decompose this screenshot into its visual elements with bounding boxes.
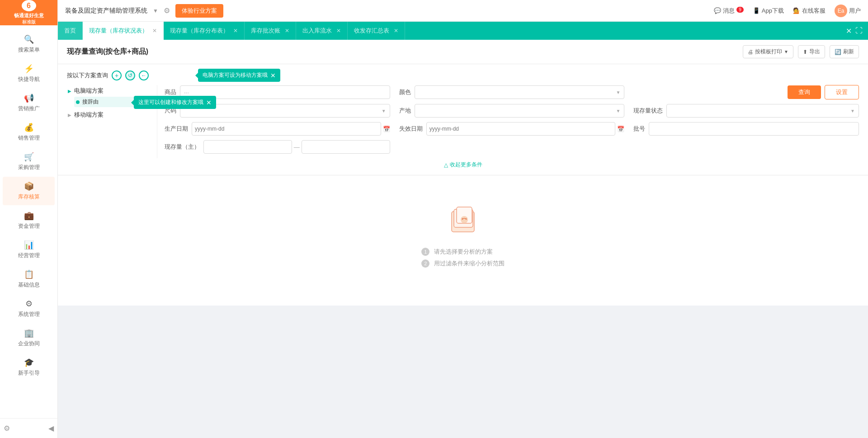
tab-inout-close[interactable]: ✕ (336, 28, 341, 34)
experience-button[interactable]: 体验行业方案 (175, 4, 223, 18)
sidebar-item-purchase[interactable]: 🛒 采购管理 (3, 147, 55, 176)
message-item[interactable]: 💬 消息 9 (714, 7, 744, 15)
tab-batch-close[interactable]: ✕ (285, 28, 289, 34)
filter-arrow-button[interactable]: ← (139, 71, 149, 80)
stock-status-select[interactable]: ▼ (666, 104, 859, 118)
stock-main-to[interactable] (302, 140, 390, 154)
tab-inventory-status[interactable]: 现存量（库存状况表） ✕ (83, 22, 164, 40)
sidebar-label-purchase: 采购管理 (18, 164, 40, 171)
tab-home[interactable]: 首页 (58, 22, 83, 40)
sidebar-nav: 🔍 搜索菜单 ⚡ 快捷导航 📢 营销推广 💰 销售管理 🛒 采购管理 📦 库存核… (0, 25, 57, 418)
scheme-tooltip-2: 这里可以创建和修改方案哦 ✕ (134, 96, 216, 109)
tab-inventory-dist-label: 现存量（库存分布表） (170, 27, 229, 35)
logo-icon: 6 (22, 0, 36, 11)
user-item[interactable]: Ea 用户 (835, 5, 861, 17)
sidebar-item-guide[interactable]: 🎓 新手引导 (3, 353, 55, 381)
stock-status-dropdown-icon: ▼ (850, 108, 855, 113)
filter-more-button[interactable]: △ 收起更多条件 (67, 158, 859, 171)
user-label: 用户 (849, 7, 861, 15)
sidebar-item-quick[interactable]: ⚡ 快捷导航 (3, 59, 55, 88)
tab-summary[interactable]: 收发存汇总表 ✕ (348, 22, 405, 40)
tab-bar-actions: ✕ ⛶ (846, 27, 868, 35)
settings-bottom-icon[interactable]: ⚙ (4, 424, 10, 433)
product-dots: ··· (184, 89, 189, 96)
expiry-date-from[interactable] (426, 122, 616, 136)
system-dropdown-icon[interactable]: ▼ (153, 8, 158, 14)
empty-state: 1 请先选择要分析的方案 2 用过滤条件来缩小分析范围 (58, 175, 868, 306)
filter-add-button[interactable]: + (112, 71, 122, 80)
empty-tip-2: 2 用过滤条件来缩小分析范围 (421, 258, 505, 269)
filter-label: 按以下方案查询 (67, 71, 108, 80)
tip-text-2: 用过滤条件来缩小分析范围 (434, 260, 505, 267)
filter-row-4: 现存量（主） — (165, 140, 859, 154)
system-name: 装备及固定资产辅助管理系统 (65, 7, 147, 15)
sidebar-item-inventory[interactable]: 📦 库存核算 (3, 177, 55, 205)
page-header: 现存量查询(按仓库+商品) 🖨 按模板打印 ▼ ⬆ 导出 🔄 刷新 (58, 40, 868, 64)
settings-icon[interactable]: ⚙ (164, 6, 170, 15)
stock-main-sep: — (294, 144, 300, 151)
app-download-item[interactable]: 📱 App下载 (753, 7, 784, 15)
origin-select[interactable]: ▼ (415, 104, 625, 118)
tab-inout-label: 出入库流水 (302, 27, 332, 35)
tab-summary-label: 收发存汇总表 (354, 27, 389, 35)
sidebar-item-search[interactable]: 🔍 搜索菜单 (3, 30, 55, 58)
mobile-scheme-header[interactable]: ▶ 移动端方案 (67, 109, 151, 121)
color-label: 颜色 (399, 88, 411, 96)
enterprise-icon: 🏢 (24, 328, 34, 338)
collapse-icon[interactable]: ◀ (48, 424, 54, 433)
template-print-label: 按模板打印 (755, 48, 782, 56)
tooltip-1-close[interactable]: ✕ (270, 72, 276, 79)
batch-input[interactable] (649, 122, 859, 136)
tab-inventory-dist[interactable]: 现存量（库存分布表） ✕ (164, 22, 245, 40)
desktop-scheme-header[interactable]: ▶ 电脑端方案 (67, 85, 151, 97)
sidebar-item-enterprise[interactable]: 🏢 企业协同 (3, 324, 55, 352)
template-print-button[interactable]: 🖨 按模板打印 ▼ (743, 45, 793, 58)
filter-row-2: 尺码 ▼ 产地 ▼ (165, 104, 859, 118)
production-date-from[interactable] (192, 122, 381, 136)
logo-text: 6 (27, 2, 31, 10)
production-date-label: 生产日期 (165, 125, 188, 133)
search-button[interactable]: 查询 (788, 85, 821, 99)
quick-icon: ⚡ (24, 64, 34, 74)
product-label: 商品 (165, 88, 176, 96)
tooltip-2-close[interactable]: ✕ (206, 99, 212, 106)
tab-close-all-icon[interactable]: ✕ (846, 27, 852, 35)
sidebar-item-system[interactable]: ⚙ 系统管理 (3, 294, 55, 323)
sidebar-item-sales[interactable]: 💰 销售管理 (3, 118, 55, 146)
filter-circle-button[interactable]: ↺ (125, 71, 135, 80)
support-label: 在线客服 (802, 7, 826, 15)
search-btns: 查询 设置 (633, 85, 859, 99)
sidebar-label-system: 系统管理 (18, 311, 40, 318)
empty-tip-1: 1 请先选择要分析的方案 (421, 246, 505, 258)
sidebar-item-basic[interactable]: 📋 基础信息 (3, 265, 55, 293)
stock-main-field: 现存量（主） — (165, 140, 390, 154)
header-left: 装备及固定资产辅助管理系统 ▼ ⚙ 体验行业方案 (65, 4, 223, 18)
guide-icon: 🎓 (24, 358, 34, 367)
expiry-date-cal-icon[interactable]: 📅 (617, 126, 624, 132)
tab-inventory-dist-close[interactable]: ✕ (233, 28, 238, 34)
export-button[interactable]: ⬆ 导出 (798, 45, 825, 58)
tab-inout[interactable]: 出入库流水 ✕ (296, 22, 348, 40)
stock-status-field: 现存量状态 ▼ (633, 104, 859, 118)
tab-bar: 首页 现存量（库存状况表） ✕ 现存量（库存分布表） ✕ 库存批次账 ✕ 出入库… (58, 22, 868, 40)
stock-main-from[interactable] (203, 140, 292, 154)
tab-home-label: 首页 (64, 27, 76, 35)
production-date-cal-icon[interactable]: 📅 (383, 126, 390, 132)
tab-summary-close[interactable]: ✕ (394, 28, 398, 34)
tab-inventory-status-close[interactable]: ✕ (152, 28, 157, 34)
set-button[interactable]: 设置 (825, 85, 859, 99)
print-icon: 🖨 (748, 49, 753, 55)
tab-batch[interactable]: 库存批次账 ✕ (245, 22, 296, 40)
size-dropdown-icon: ▼ (382, 108, 386, 113)
sidebar-item-operation[interactable]: 📊 经营管理 (3, 235, 55, 264)
sidebar-item-marketing[interactable]: 📢 营销推广 (3, 89, 55, 117)
online-support-item[interactable]: 💁 在线客服 (793, 7, 826, 15)
sidebar: 6 畅通道好生意 标准版 🔍 搜索菜单 ⚡ 快捷导航 📢 营销推广 💰 销售管理… (0, 0, 58, 438)
tab-expand-icon[interactable]: ⛶ (855, 27, 863, 35)
color-select[interactable]: ▼ (415, 85, 625, 99)
page-wrapper: 现存量查询(按仓库+商品) 🖨 按模板打印 ▼ ⬆ 导出 🔄 刷新 (58, 40, 868, 438)
sidebar-item-finance[interactable]: 💼 资金管理 (3, 206, 55, 235)
inventory-icon: 📦 (24, 181, 34, 191)
mobile-scheme-title: 移动端方案 (74, 111, 104, 119)
refresh-button[interactable]: 🔄 刷新 (830, 45, 859, 58)
